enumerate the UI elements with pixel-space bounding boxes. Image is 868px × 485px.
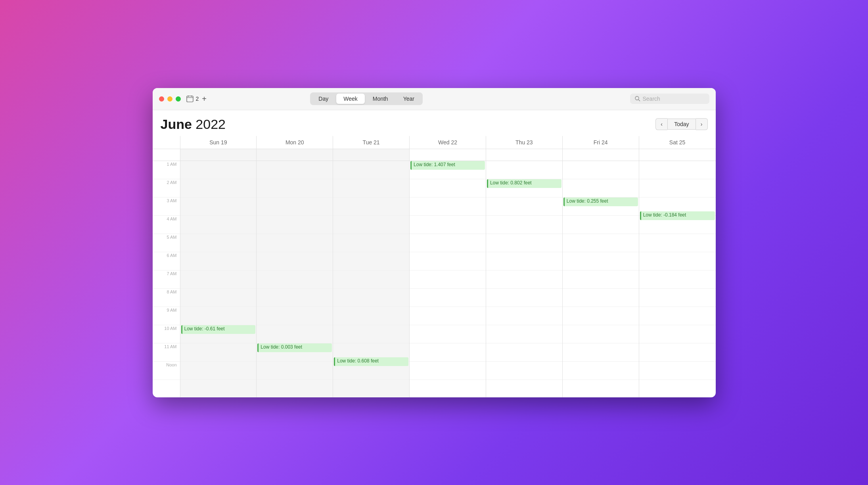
add-event-button[interactable]: + xyxy=(202,95,207,103)
event-evt1[interactable]: Low tide: 1.407 feet xyxy=(410,161,485,170)
hour-cell xyxy=(333,179,409,197)
hour-cell xyxy=(180,234,257,252)
hour-cell xyxy=(410,343,486,362)
view-tabs: Day Week Month Year xyxy=(310,92,423,105)
time-slot-noon: Noon xyxy=(153,362,180,380)
hour-cell xyxy=(333,289,409,307)
hour-cell xyxy=(180,343,257,362)
time-slot-11-am: 11 AM xyxy=(153,343,180,362)
year-number: 2022 xyxy=(195,117,226,132)
hour-cell xyxy=(410,197,486,216)
hour-cell xyxy=(180,197,257,216)
today-button[interactable]: Today xyxy=(667,119,696,130)
header-spacer xyxy=(153,136,180,149)
hour-cell xyxy=(333,307,409,325)
maximize-button[interactable] xyxy=(176,96,181,102)
time-slot-10-am: 10 AM xyxy=(153,325,180,343)
tab-month[interactable]: Month xyxy=(366,94,395,104)
hour-cell xyxy=(639,343,716,362)
tab-week[interactable]: Week xyxy=(336,94,365,104)
event-evt4[interactable]: Low tide: -0.184 feet xyxy=(640,211,715,220)
hour-cell xyxy=(563,270,639,289)
hour-cell xyxy=(563,307,639,325)
hour-cell xyxy=(333,234,409,252)
allday-cell xyxy=(410,149,486,161)
search-placeholder: Search xyxy=(643,96,660,102)
hour-cell xyxy=(180,252,257,270)
hour-cell xyxy=(410,216,486,234)
tab-day[interactable]: Day xyxy=(311,94,335,104)
hour-cell xyxy=(180,179,257,197)
hour-cell xyxy=(563,362,639,380)
prev-arrow-button[interactable]: ‹ xyxy=(655,118,667,130)
svg-point-4 xyxy=(635,96,639,100)
search-box[interactable]: Search xyxy=(630,94,709,104)
day-col-sat: Low tide: -0.184 feet xyxy=(639,149,716,397)
day-header-sun: Sun 19 xyxy=(180,136,257,149)
hour-cell xyxy=(257,325,333,343)
hour-cell xyxy=(486,325,562,343)
allday-cell xyxy=(333,149,409,161)
time-slot-3-am: 3 AM xyxy=(153,197,180,216)
month-header: June 2022 ‹ Today › xyxy=(153,110,716,136)
hour-cell xyxy=(257,197,333,216)
hour-cell xyxy=(410,325,486,343)
event-evt6[interactable]: Low tide: 0.003 feet xyxy=(257,343,332,352)
day-header-tue: Tue 21 xyxy=(333,136,410,149)
close-button[interactable] xyxy=(159,96,164,102)
next-arrow-button[interactable]: › xyxy=(696,118,708,130)
hour-cell xyxy=(486,307,562,325)
hour-cell xyxy=(639,234,716,252)
time-slot-9-am: 9 AM xyxy=(153,307,180,325)
event-evt3[interactable]: Low tide: 0.255 feet xyxy=(563,197,638,206)
month-title: June 2022 xyxy=(161,117,226,132)
hour-cell xyxy=(639,307,716,325)
hour-cell xyxy=(257,252,333,270)
hour-cell xyxy=(180,289,257,307)
day-header-wed: Wed 22 xyxy=(410,136,486,149)
hour-cell xyxy=(410,270,486,289)
month-name: June xyxy=(161,117,192,132)
hour-cell xyxy=(257,307,333,325)
hour-cell xyxy=(180,216,257,234)
day-col-tue: Low tide: 0.608 feet xyxy=(333,149,410,397)
hour-cell xyxy=(257,289,333,307)
hour-cell xyxy=(257,161,333,179)
day-headers: Sun 19 Mon 20 Tue 21 Wed 22 Thu 23 Fri 2… xyxy=(153,136,716,149)
inbox-count: 2 xyxy=(196,96,199,102)
day-col-fri: Low tide: 0.255 feet xyxy=(563,149,639,397)
hour-cell xyxy=(639,270,716,289)
hour-cell xyxy=(563,325,639,343)
day-col-sun: Low tide: -0.61 feet xyxy=(180,149,257,397)
day-header-fri: Fri 24 xyxy=(563,136,639,149)
days-grid: Low tide: -0.61 feet Low tide: 0.003 fee… xyxy=(180,149,716,397)
allday-cell xyxy=(563,149,639,161)
hour-cell xyxy=(257,270,333,289)
event-evt5[interactable]: Low tide: -0.61 feet xyxy=(181,325,256,334)
tab-year[interactable]: Year xyxy=(396,94,422,104)
hour-cell xyxy=(333,325,409,343)
hour-cell xyxy=(486,252,562,270)
hour-cell xyxy=(486,234,562,252)
hour-cell xyxy=(180,270,257,289)
hour-cell xyxy=(257,362,333,380)
hour-cell xyxy=(410,234,486,252)
hour-cell xyxy=(257,179,333,197)
hour-cell xyxy=(410,179,486,197)
day-col-thu: Low tide: 0.802 feet xyxy=(486,149,563,397)
hour-cell xyxy=(333,252,409,270)
event-evt2[interactable]: Low tide: 0.802 feet xyxy=(487,179,561,188)
minimize-button[interactable] xyxy=(167,96,172,102)
hour-cell xyxy=(639,289,716,307)
hour-cell xyxy=(486,197,562,216)
allday-cell xyxy=(639,149,716,161)
hour-cell xyxy=(486,270,562,289)
svg-line-5 xyxy=(638,100,640,101)
calendar-body: 1 AM2 AM3 AM4 AM5 AM6 AM7 AM8 AM9 AM10 A… xyxy=(153,149,716,397)
event-evt7[interactable]: Low tide: 0.608 feet xyxy=(334,357,408,366)
time-column: 1 AM2 AM3 AM4 AM5 AM6 AM7 AM8 AM9 AM10 A… xyxy=(153,149,180,397)
calendar-area: Sun 19 Mon 20 Tue 21 Wed 22 Thu 23 Fri 2… xyxy=(153,136,716,397)
hour-cell xyxy=(257,234,333,252)
hour-cell xyxy=(410,289,486,307)
hour-cell xyxy=(563,161,639,179)
